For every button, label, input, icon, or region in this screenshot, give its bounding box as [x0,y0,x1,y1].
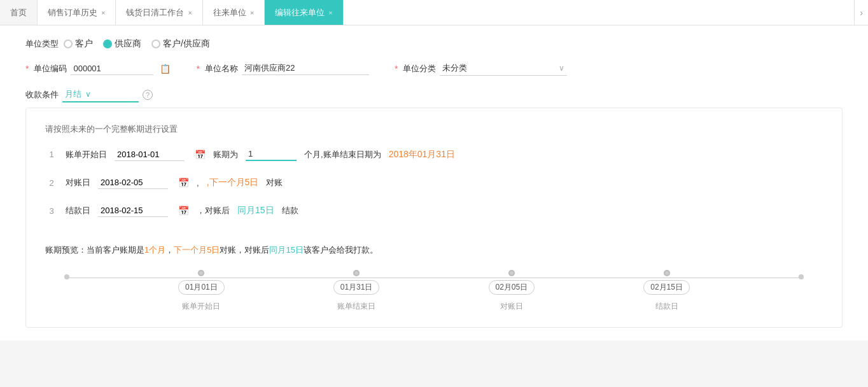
node-dot-1 [198,270,204,276]
classify-chevron-icon[interactable]: ∨ [559,64,564,73]
period-box: 请按照未来的一个完整帐期进行设置 1 账单开始日 📅 账期为 个月,账单结束日期… [25,108,843,328]
timeline-items: 01月01日 账单开始日 01月31日 账单结束日 02月05日 对账日 [64,270,804,312]
close-sales-icon[interactable]: × [101,9,105,17]
start-date-calendar-icon[interactable]: 📅 [195,150,206,160]
node-date-1: 01月01日 [178,280,225,295]
unit-code-input[interactable] [71,62,153,75]
node-label-2: 账单结束日 [337,301,375,312]
period-num-3: 3 [45,206,58,216]
preview-part2: 下一个月5日 [174,245,220,255]
preview-suffix: 该客户会给我打款。 [304,245,378,255]
preview-prefix: 账期预览：当前客户账期是 [45,245,144,255]
tab-home[interactable]: 首页 [0,0,38,25]
help-icon[interactable]: ? [143,90,153,100]
tab-sales-history[interactable]: 销售订单历史 × [38,0,116,25]
node-dot-3 [508,270,515,276]
node-date-3: 02月05日 [489,280,535,295]
classify-value: 未分类 [442,62,552,74]
close-edit-icon[interactable]: × [328,9,332,17]
timeline-left-end [64,270,69,279]
months-input[interactable] [246,148,297,161]
period-rows: 1 账单开始日 📅 账期为 个月,账单结束日期为 2018年01月31日 2 对… [45,148,823,217]
start-date-input[interactable] [115,148,185,161]
tab-home-label: 首页 [10,7,27,18]
radio-supplier-circle [103,39,112,48]
name-star: * [196,64,199,74]
tab-edit-label: 编辑往来单位 [275,7,325,18]
payment-cond-label: 收款条件 [25,89,59,101]
radio-both[interactable]: 客户/供应商 [151,38,210,50]
radio-customer-label: 客户 [75,38,93,50]
timeline-right-end [799,270,804,279]
tab-bar: 首页 销售订单历史 × 钱货日清工作台 × 往来单位 × 编辑往来单位 × › [0,0,868,25]
unit-name-input[interactable] [242,62,369,75]
period-row-1: 1 账单开始日 📅 账期为 个月,账单结束日期为 2018年01月31日 [45,148,823,161]
preview-mid2: 对账，对账后 [220,245,269,255]
timeline-node-2: 01月31日 账单结束日 [333,270,380,312]
tab-cash-work[interactable]: 钱货日清工作台 × [116,0,202,25]
classify-star: * [395,64,398,74]
period-row3-suffix1: ，对账后 [197,205,230,216]
tl-left-dot [64,274,69,279]
tab-edit-partner[interactable]: 编辑往来单位 × [265,0,343,25]
timeline-node-3: 02月05日 对账日 [489,270,535,312]
unit-type-radio-group: 客户 供应商 客户/供应商 [64,38,210,50]
preview-mid1: ， [165,245,174,255]
radio-customer[interactable]: 客户 [64,38,93,50]
unit-info-row: * 单位编码 📋 * 单位名称 * 单位分类 未分类 ∨ [25,61,843,76]
radio-customer-circle [64,39,73,48]
unit-classify-label: 单位分类 [403,63,436,74]
payment-date-label: 结款日 [66,205,90,216]
preview-part3: 同月15日 [269,245,303,255]
tab-partner-label: 往来单位 [213,7,246,18]
payment-calendar-icon[interactable]: 📅 [178,206,189,216]
period-row2-suffix: , [197,178,199,188]
main-content: 单位类型 客户 供应商 客户/供应商 * 单位编码 📋 * 单位名称 [0,25,868,341]
period-row1-suffix2: 个月,账单结束日期为 [304,149,381,160]
tab-cash-label: 钱货日清工作台 [126,7,184,18]
period-row3-end: 结款 [282,205,298,216]
timeline-container: 01月01日 账单开始日 01月31日 账单结束日 02月05日 对账日 [45,270,823,312]
code-copy-icon[interactable]: 📋 [160,64,171,74]
cond-chevron-icon[interactable]: ∨ [85,90,91,99]
tab-more-arrow[interactable]: › [854,0,868,25]
period-num-1: 1 [45,150,58,159]
payment-cond-select[interactable]: 月结 ∨ [62,87,139,102]
node-date-4: 02月15日 [643,280,690,295]
period-row2-end: 对账 [266,177,283,188]
tl-right-dot [799,274,804,279]
start-date-label: 账单开始日 [66,149,107,160]
unit-code-label: 单位编码 [34,63,67,74]
close-partner-icon[interactable]: × [250,9,254,17]
radio-supplier-label: 供应商 [115,38,141,50]
radio-supplier[interactable]: 供应商 [103,38,141,50]
node-label-4: 结款日 [655,301,678,312]
period-row-3: 3 结款日 📅 ，对账后 同月15日 结款 [45,204,823,217]
preview-section: 账期预览：当前客户账期是1个月，下一个月5日对账，对账后同月15日该客户会给我打… [45,232,823,312]
tab-partner-unit[interactable]: 往来单位 × [203,0,265,25]
reconcile-date-input[interactable] [98,176,168,189]
period-num-2: 2 [45,178,58,188]
period-row1-suffix1: 账期为 [213,149,238,160]
end-date-highlight: 2018年01月31日 [389,149,455,160]
reconcile-calendar-icon[interactable]: 📅 [178,178,189,188]
payment-date-input[interactable] [98,204,168,217]
tab-sales-label: 销售订单历史 [48,7,97,18]
payment-teal-highlight: 同月15日 [237,205,274,216]
unit-type-label: 单位类型 [25,38,59,50]
preview-text: 账期预览：当前客户账期是1个月，下一个月5日对账，对账后同月15日该客户会给我打… [45,243,823,257]
timeline-node-4: 02月15日 结款日 [643,270,690,312]
unit-classify-select[interactable]: 未分类 ∨ [440,61,567,76]
preview-part1: 1个月 [144,245,165,255]
payment-condition-row: 收款条件 月结 ∨ ? [25,87,843,102]
timeline-node-1: 01月01日 账单开始日 [178,270,225,312]
period-title: 请按照未来的一个完整帐期进行设置 [45,123,823,135]
radio-both-label: 客户/供应商 [163,38,210,50]
unit-name-label: 单位名称 [205,63,238,74]
payment-cond-value: 月结 [65,88,81,100]
radio-both-circle [151,39,160,48]
code-star: * [25,64,29,74]
node-label-1: 账单开始日 [182,301,220,312]
reconcile-highlight: ,下一个月5日 [207,177,259,188]
close-cash-icon[interactable]: × [188,9,192,17]
